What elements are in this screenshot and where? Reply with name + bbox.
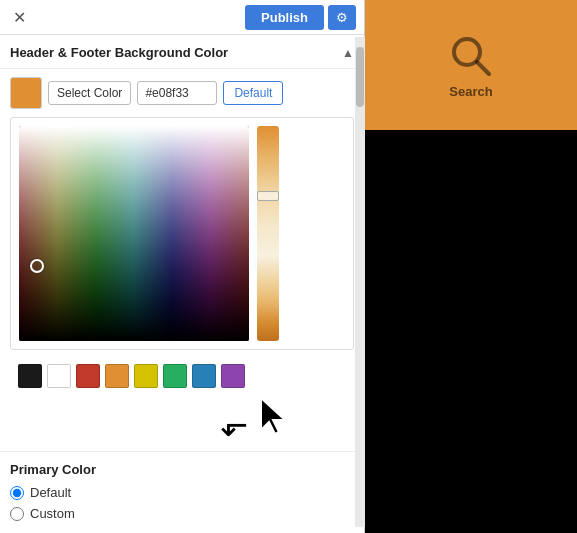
color-select-row: Select Color Default [0,69,364,117]
left-panel: ✕ Publish ⚙ Header & Footer Background C… [0,0,365,533]
primary-color-title: Primary Color [10,462,354,477]
radio-default[interactable] [10,486,24,500]
radio-custom-row: Custom [10,506,354,521]
svg-marker-0 [261,398,285,434]
cursor-svg [257,394,291,436]
settings-button[interactable]: ⚙ [328,5,356,30]
primary-color-section: Primary Color Default Custom [0,451,364,533]
cursor-icon: ⬐ [220,394,291,444]
close-button[interactable]: ✕ [8,6,30,28]
top-bar: ✕ Publish ⚙ [0,0,364,35]
preset-green[interactable] [163,364,187,388]
preset-blue[interactable] [192,364,216,388]
scrollbar-thumb[interactable] [356,47,364,107]
default-button[interactable]: Default [223,81,283,105]
color-gradient-canvas[interactable] [19,126,249,341]
color-swatch[interactable] [10,77,42,109]
hue-slider[interactable] [257,126,279,341]
radio-default-row: Default [10,485,354,500]
gradient-black [19,126,249,341]
radio-custom-label: Custom [30,506,75,521]
preset-colors [0,358,364,394]
cursor-area: ⬐ [0,394,364,451]
preset-red[interactable] [76,364,100,388]
preset-purple[interactable] [221,364,245,388]
top-bar-actions: Publish ⚙ [245,5,356,30]
preset-black[interactable] [18,364,42,388]
preset-yellow[interactable] [134,364,158,388]
preset-white[interactable] [47,364,71,388]
radio-default-label: Default [30,485,71,500]
hue-slider-track [257,126,279,341]
select-color-button[interactable]: Select Color [48,81,131,105]
search-label: Search [449,84,492,99]
svg-line-2 [477,62,489,74]
search-area: Search [365,0,577,130]
section-title: Header & Footer Background Color ▲ [0,35,364,69]
gradient-background [19,126,249,341]
section-title-text: Header & Footer Background Color [10,45,228,60]
color-picker-container [10,117,354,350]
radio-custom[interactable] [10,507,24,521]
collapse-icon[interactable]: ▲ [342,46,354,60]
right-panel: Search [365,0,577,533]
search-icon [447,32,495,80]
scrollbar[interactable] [355,37,365,527]
black-area [365,130,577,533]
hex-input[interactable] [137,81,217,105]
preset-orange[interactable] [105,364,129,388]
publish-button[interactable]: Publish [245,5,324,30]
